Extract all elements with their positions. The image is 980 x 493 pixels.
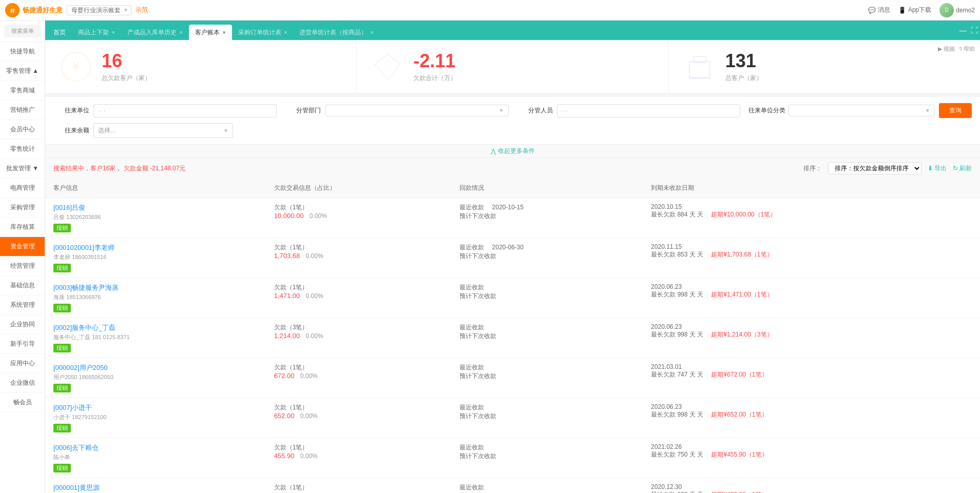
card3-actions: ▶ 视频 ? 帮助 [938,45,975,53]
sidebar-item-retail-mall[interactable]: 零售商城 [0,81,45,101]
col-recovery: 回款情况 [451,179,643,198]
dept-input[interactable]: ▼ [325,105,508,116]
debt-amount-4[interactable]: 672.00 [274,372,295,380]
cell-due-7: 2020.12.30 最长欠款 808 天 天 超期¥429.00（1笔） [643,478,980,494]
overdue-amount-1[interactable]: 超期¥1,703.68（1笔） [711,251,773,258]
help-btn[interactable]: ? 帮助 [959,45,975,53]
debt-amount-3[interactable]: 1,214.00 [274,332,300,340]
debt-desc-2: 欠款（1笔） [274,283,444,292]
debt-amount-2[interactable]: 1,471.00 [274,292,300,300]
sidebar-item-app-center[interactable]: 应用中心 [0,354,45,373]
sidebar-item-finance[interactable]: 资金管理 [0,237,45,257]
debt-desc-3: 欠款（3笔） [274,323,444,332]
sidebar-item-guide[interactable]: 新手引导 [0,334,45,354]
tab-purchase-order[interactable]: 采购订单统计表 × [232,25,294,40]
overdue-amount-6[interactable]: 超期¥455.90（1笔） [711,451,767,458]
sidebar-item-retail-stats[interactable]: 零售统计 [0,140,45,159]
customer-contact-6: 陈小希 [53,453,258,461]
filter-row-1: 往来单位 ··· 分管部门 ▼ [53,103,972,118]
sidebar-item-basic-info[interactable]: 基础信息 [0,276,45,295]
card1-value: 16 [102,50,151,72]
tab-close-incoming-stats[interactable]: × [370,30,373,35]
sidebar-item-quick-nav[interactable]: 快捷导航 [0,42,45,62]
overdue-amount-7[interactable]: 超期¥429.00（1笔） [711,491,767,493]
next-payment-4: 预计下次收款 [459,372,496,380]
cell-due-6: 2021.02.26 最长欠款 750 天 天 超期¥455.90（1笔） [643,438,980,478]
filter-collapse-row[interactable]: ⋀ 收起更多条件 [45,144,980,157]
sidebar-item-system[interactable]: 系统管理 [0,295,45,315]
customer-name-0[interactable]: [0016]吕俊 [53,203,258,212]
app-nav-link[interactable]: 示范 [136,6,148,14]
collapse-up-icon: ⋀ [491,148,496,155]
summary-card-debt-customers: ¥ 16 总欠款客户（家） [45,40,357,93]
customer-name-2[interactable]: [0003]畅捷服务尹海蒸 [53,283,258,292]
customer-name-5[interactable]: [0007]小迸干 [53,403,258,412]
debt-amount-1[interactable]: 1,703.68 [274,252,300,260]
customer-name-1[interactable]: [0001020001]李老师 [53,243,258,252]
cell-recovery-6: 最近收款 预计下次收款 [451,438,643,478]
summary-card-debt-total: -2.11 欠款合计（万） [357,40,668,93]
debt-amount-5[interactable]: 652.00 [274,412,295,420]
tab-maximize-icon[interactable]: ⛶ [971,26,978,34]
top-bar-left: 好 畅捷通好生意 母婴行业演示账套 ▼ 示范 [5,3,148,17]
card-icon-building [684,51,715,82]
sidebar-item-retail-mgmt[interactable]: 零售管理 ▲ [0,62,45,81]
user-menu[interactable]: D demo2 [939,3,975,17]
table-row: [0007]小迸干 小迸干 18279152100 现销 欠款（1笔） 652.… [45,398,980,438]
customer-name-3[interactable]: [0002]服务中心_丁磊 [53,323,258,332]
table-wrapper: 客户信息 欠款交易信息（占比） 回款情况 到期未收款日期 [0016]吕俊 吕俊… [45,179,980,493]
sidebar-item-inventory[interactable]: 库存核算 [0,218,45,237]
tab-close-product-off[interactable]: × [112,30,115,35]
sort-select[interactable]: 排序：按欠款金额倒序排序 [828,162,921,174]
overdue-amount-2[interactable]: 超期¥1,471.00（1笔） [711,291,773,298]
app-download-btn[interactable]: 📱 App下载 [898,6,931,14]
svg-marker-4 [375,54,400,80]
manager-input[interactable]: ··· [557,104,740,117]
sidebar-item-operations[interactable]: 经营管理 [0,257,45,276]
tab-close-purchase-order[interactable]: × [284,30,287,35]
industry-select[interactable]: 母婴行业演示账套 [67,5,131,15]
sidebar-item-vip[interactable]: 畅会员 [0,393,45,412]
card-icon-money: ¥ [61,51,91,82]
tab-close-product-history[interactable]: × [180,30,183,35]
balance-input[interactable]: 选择... ▼ [93,123,233,138]
sidebar-item-purchase[interactable]: 采购管理 [0,198,45,218]
tab-minimize-icon[interactable]: — [959,26,967,34]
sidebar-item-member[interactable]: 会员中心 [0,120,45,140]
tab-customer-account[interactable]: 客户账本 × [189,25,232,40]
cell-debt-2: 欠款（1笔） 1,471.00 0.00% [266,278,452,318]
video-help-btn[interactable]: ▶ 视频 [938,45,955,53]
cell-debt-3: 欠款（3笔） 1,214.00 0.00% [266,318,452,358]
sidebar-item-enterprise-wechat[interactable]: 企业微信 [0,373,45,393]
from-unit-input[interactable]: ··· [93,104,277,117]
overdue-amount-0[interactable]: 超期¥10,000.00（1笔） [711,211,776,218]
overdue-amount-4[interactable]: 超期¥672.00（1笔） [711,371,767,378]
sidebar-item-marketing[interactable]: 营销推广 [0,101,45,120]
customer-name-7[interactable]: [000001]黄思源 [53,483,258,492]
unit-category-input[interactable]: ▼ [789,105,935,116]
debt-amount-0[interactable]: 10,000.00 [274,212,304,220]
next-payment-0: 预计下次收款 [459,212,496,220]
tab-bar: 首页 商品上下架 × 产成品入库单历史 × 客户账本 × 采购订单统计表 × [45,21,980,40]
customer-name-4[interactable]: [000002]用户2050 [53,363,258,372]
tab-home[interactable]: 首页 [47,25,72,40]
tab-product-off[interactable]: 商品上下架 × [72,25,121,40]
sidebar-item-enterprise[interactable]: 企业协同 [0,315,45,334]
refresh-btn[interactable]: ↻ 刷新 [953,164,972,173]
sidebar-search-area: 搜索菜单 [0,21,45,42]
message-btn[interactable]: 💬 消息 [868,6,890,14]
query-button[interactable]: 查询 [939,103,972,118]
tab-product-history[interactable]: 产成品入库单历史 × [121,25,189,40]
search-menu-btn[interactable]: 搜索菜单 [4,25,41,37]
tab-close-customer-account[interactable]: × [223,30,226,35]
sidebar-item-ecommerce[interactable]: 电商管理 [0,179,45,198]
export-btn[interactable]: ⬇ 导出 [928,164,947,173]
cell-customer-1: [0001020001]李老师 李老师 18600391516 现销 [45,238,266,278]
customer-name-6[interactable]: [0006]去下粮仓 [53,443,258,452]
debt-amount-6[interactable]: 455.90 [274,452,295,460]
unit-category-label: 往来单位分类 [748,106,784,115]
overdue-amount-5[interactable]: 超期¥652.00（1笔） [711,411,767,418]
sidebar-item-wholesale-mgmt[interactable]: 批发管理 ▼ [0,159,45,179]
overdue-amount-3[interactable]: 超期¥1,214.00（3笔） [711,331,773,338]
tab-incoming-stats[interactable]: 进货单统计表（按商品） × [293,25,379,40]
